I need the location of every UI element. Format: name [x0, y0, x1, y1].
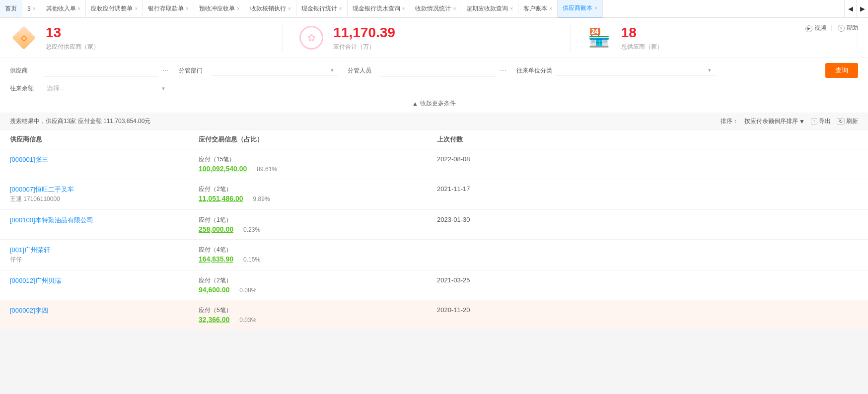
nav-tab-close-tab3[interactable]: ×	[33, 6, 36, 11]
person-label: 分管人员	[348, 66, 377, 75]
sort-label: 排序：	[721, 117, 738, 126]
nav-tab-close-other-income[interactable]: ×	[78, 6, 81, 11]
nav-tab-close-overdue-ar[interactable]: ×	[510, 6, 513, 11]
stat-label-total-suppliers: 总供应商（家）	[621, 43, 663, 51]
supplier-info-cell-0: [000001]张三	[10, 155, 199, 164]
nav-tab-overdue-ar[interactable]: 超期应收款查询×	[461, 0, 518, 18]
refresh-button[interactable]: ↻ 刷新	[837, 117, 858, 126]
supplier-dots[interactable]: ···	[162, 66, 169, 75]
balance-placeholder: 选择...	[47, 84, 65, 93]
supplier-label: 供应商	[10, 66, 40, 75]
nav-tab-close-customer-ledger[interactable]: ×	[549, 6, 552, 11]
balance-chevron-icon: ▼	[161, 86, 166, 91]
payable-percent-0: 89.61%	[257, 166, 277, 173]
top-navigation: 首页3×其他收入单×应收应付调整单×银行存取款单×预收冲应收单×收款核销执行×现…	[0, 0, 868, 18]
payable-percent-4: 0.08%	[239, 287, 256, 294]
payable-percent-1: 9.89%	[253, 196, 270, 202]
result-summary: 搜索结果中，供应商13家 应付金额 111,703,854.00元	[10, 117, 150, 126]
supplier-name-1: [000007]恒旺二手叉车	[10, 185, 199, 194]
nav-tab-prepay-ar[interactable]: 预收冲应收单×	[194, 0, 245, 18]
nav-tab-ar-ap-adjust[interactable]: 应收应付调整单×	[86, 0, 143, 18]
dept-chevron-icon: ▼	[330, 67, 335, 73]
payable-label-1: 应付（2笔）	[199, 185, 437, 194]
filter-row-1: 供应商 ··· 分管部门 ▼ 分管人员 ··· 往来单位分类 ▼ 查询	[10, 63, 858, 78]
nav-tab-close-cash-bank-flow[interactable]: ×	[402, 6, 405, 11]
table-row: [000100]本特勤油品有限公司应付（1笔）258,000.000.23%20…	[0, 210, 868, 240]
payable-amount-4[interactable]: 94,600.00	[199, 286, 229, 294]
stat-content-payable-total: 11,170.39 应付合计（万）	[333, 24, 395, 52]
nav-prev-arrow[interactable]: ◀	[844, 0, 856, 18]
payable-label-2: 应付（1笔）	[199, 216, 437, 224]
nav-tab-home[interactable]: 首页	[0, 0, 22, 18]
balance-select[interactable]: 选择... ▼	[44, 82, 169, 95]
supplier-info-cell-5: [000002]李四	[10, 306, 199, 315]
collapse-button[interactable]: ▲ 收起更多条件	[412, 99, 456, 108]
filter-person: 分管人员 ···	[348, 65, 506, 76]
search-button[interactable]: 查询	[825, 63, 858, 78]
table-row: [000001]张三应付（15笔）100,092,540.0089.61%202…	[0, 149, 868, 179]
payable-info-cell-5: 应付（5笔）32,366.000.03%	[199, 306, 437, 324]
payable-info-cell-4: 应付（2笔）94,600.000.08%	[199, 276, 437, 294]
nav-tab-close-bank-deposit[interactable]: ×	[186, 6, 189, 11]
filter-dept: 分管部门 ▼	[179, 66, 338, 75]
nav-tab-close-supplier-ledger[interactable]: ×	[594, 5, 597, 11]
nav-tab-close-cash-bank-stat[interactable]: ×	[339, 6, 342, 11]
stat-content-total-suppliers: 18 总供应商（家）	[621, 24, 663, 52]
nav-tab-receipt-verify[interactable]: 收款核销执行×	[245, 0, 296, 18]
export-icon: ↑	[811, 118, 817, 125]
export-button[interactable]: ↑ 导出	[811, 117, 831, 126]
filter-category: 往来单位分类 ▼	[516, 66, 715, 75]
nav-tab-cash-bank-flow[interactable]: 现金银行流水查询×	[348, 0, 411, 18]
supplier-link-1[interactable]: [000007]恒旺二手叉车	[10, 186, 74, 193]
payable-percent-2: 0.23%	[243, 226, 260, 233]
nav-tab-supplier-ledger[interactable]: 供应商账本×	[558, 0, 603, 18]
supplier-input[interactable]	[44, 65, 158, 76]
table-row: [000012]广州贝瑞应付（2笔）94,600.000.08%2021-03-…	[0, 270, 868, 300]
category-select[interactable]: ▼	[556, 66, 715, 75]
dept-select[interactable]: ▼	[213, 66, 338, 75]
nav-tab-close-receipt-stat[interactable]: ×	[453, 6, 456, 11]
nav-tab-receipt-stat[interactable]: 收款情况统计×	[410, 0, 461, 18]
payable-info-cell-2: 应付（1笔）258,000.000.23%	[199, 216, 437, 233]
nav-tab-close-receipt-verify[interactable]: ×	[288, 6, 291, 11]
payable-label-5: 应付（5笔）	[199, 306, 437, 315]
stat-label-payable-suppliers: 总应付供应商（家）	[46, 43, 99, 51]
nav-tab-close-prepay-ar[interactable]: ×	[237, 6, 240, 11]
table-row: [000002]李四应付（5笔）32,366.000.03%2020-11-20	[0, 300, 868, 329]
supplier-link-0[interactable]: [000001]张三	[10, 156, 48, 163]
supplier-name-3: [001]广州荣轩	[10, 246, 199, 255]
nav-tab-other-income[interactable]: 其他收入单×	[41, 0, 86, 18]
payable-percent-5: 0.03%	[239, 317, 256, 324]
nav-tab-cash-bank-stat[interactable]: 现金银行统计×	[296, 0, 348, 18]
nav-tab-customer-ledger[interactable]: 客户账本×	[518, 0, 558, 18]
result-bar: 搜索结果中，供应商13家 应付金额 111,703,854.00元 排序： 按应…	[0, 113, 868, 130]
nav-tab-tab3[interactable]: 3×	[22, 0, 41, 18]
payable-amount-3[interactable]: 164,635.90	[199, 255, 233, 263]
stats-bar: ◇ 13 总应付供应商（家） ✿ 11,170.39 应付合计（万） 🏪 18 …	[0, 18, 868, 58]
supplier-name-0: [000001]张三	[10, 155, 199, 164]
payable-amount-0[interactable]: 100,092,540.00	[199, 165, 247, 173]
diamond-icon: ◇	[10, 24, 38, 52]
last-payment-cell-0: 2022-08-08	[437, 155, 858, 163]
person-dots[interactable]: ···	[500, 66, 506, 75]
video-link[interactable]: ▶ 视频	[805, 24, 826, 32]
nav-tab-close-ar-ap-adjust[interactable]: ×	[135, 6, 138, 11]
person-input[interactable]	[381, 65, 496, 76]
help-link[interactable]: ? 帮助	[838, 24, 858, 32]
refresh-icon: ↻	[837, 118, 845, 125]
last-payment-cell-2: 2023-01-30	[437, 216, 858, 223]
nav-next-arrow[interactable]: ▶	[856, 0, 868, 18]
sort-select[interactable]: 按应付余额倒序排序 ▼	[744, 117, 805, 126]
payable-amount-5[interactable]: 32,366.00	[199, 316, 229, 324]
supplier-link-2[interactable]: [000100]本特勤油品有限公司	[10, 216, 93, 224]
supplier-link-3[interactable]: [001]广州荣轩	[10, 246, 50, 254]
payable-amount-2[interactable]: 258,000.00	[199, 225, 233, 233]
payable-row-4: 94,600.000.08%	[199, 286, 437, 294]
supplier-link-5[interactable]: [000002]李四	[10, 307, 48, 314]
category-chevron-icon: ▼	[707, 67, 712, 73]
payable-row-5: 32,366.000.03%	[199, 316, 437, 324]
supplier-link-4[interactable]: [000012]广州贝瑞	[10, 277, 61, 284]
supplier-contact-3: 仔仔	[10, 256, 199, 264]
payable-amount-1[interactable]: 11,051,486.00	[199, 195, 243, 202]
nav-tab-bank-deposit[interactable]: 银行存取款单×	[143, 0, 194, 18]
